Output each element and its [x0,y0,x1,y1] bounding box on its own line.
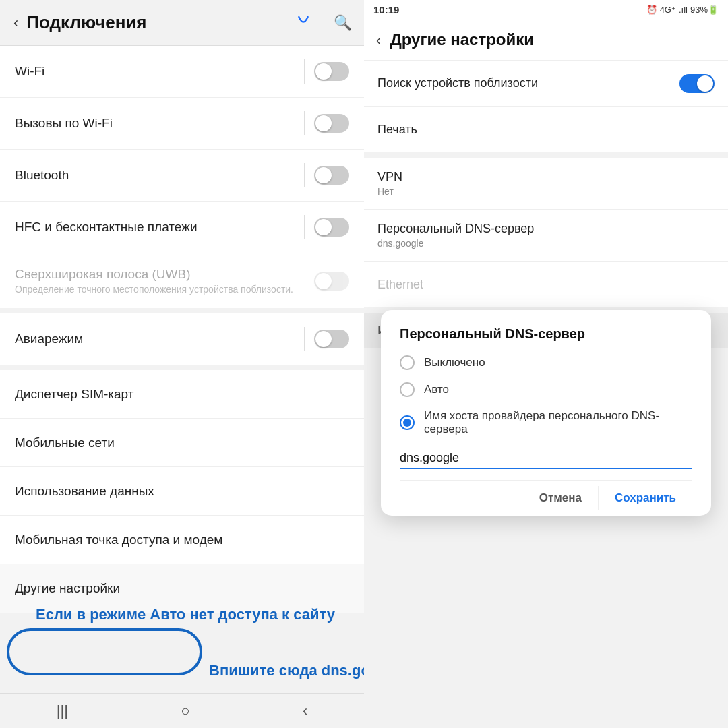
right-group-1: Поиск устройств поблизости Печать [364,61,728,152]
separator [304,59,305,84]
vivo-logo [283,3,324,40]
radio-option-hostname[interactable]: Имя хоста провайдера персонального DNS-с… [400,409,692,436]
right-group-2: VPN Нет Персональный DNS-сервер dns.goog… [364,158,728,307]
right-back-icon[interactable]: ‹ [376,32,381,48]
alarm-icon: ⏰ [646,5,657,15]
vpn-label: VPN [377,170,402,184]
right-panel: 10:19 ⏰ 4G⁺ .ıll 93%🔋 ‹ Другие настройки… [364,0,728,728]
nav-recents-icon[interactable]: ||| [57,702,68,720]
radio-auto-label: Авто [424,383,449,396]
radio-off-label: Выключено [424,356,485,369]
network-icon: 4G⁺ [660,5,676,15]
dns-sub: dns.google [377,238,534,249]
bottom-nav: ||| ○ ‹ [0,693,364,728]
wifi-toggle[interactable] [314,62,349,81]
nearby-label: Поиск устройств поблизости [377,76,538,90]
nav-back-icon[interactable]: ‹ [303,702,307,720]
separator [304,163,305,187]
left-panel: ‹ Подключения 🔍 Wi-Fi Вызовы [0,0,364,728]
airplane-label: Авиарежим [15,332,304,346]
wifi-label: Wi-Fi [15,64,304,79]
settings-item-wifi-calling[interactable]: Вызовы по Wi-Fi [0,98,364,150]
uwb-subtitle: Определение точного местоположения устро… [15,284,314,295]
radio-off-circle[interactable] [400,355,415,370]
separator [304,215,305,239]
radio-auto-circle[interactable] [400,382,415,397]
dns-input[interactable] [400,448,692,469]
settings-item-wifi[interactable]: Wi-Fi [0,46,364,98]
modal-buttons: Отмена Сохранить [400,480,692,516]
modal-overlay: Персональный DNS-сервер Выключено Авто И… [364,303,728,693]
dns-modal: Персональный DNS-сервер Выключено Авто И… [381,310,711,516]
modal-title: Персональный DNS-сервер [400,326,692,342]
radio-option-off[interactable]: Выключено [400,355,692,370]
uwb-label: Сверхширокая полоса (UWB) [15,267,314,282]
sim-label: Диспетчер SIM-карт [15,387,133,402]
other-settings-label: Другие настройки [15,581,120,596]
status-time: 10:19 [373,4,399,16]
radio-hostname-circle[interactable] [400,415,415,430]
search-icon[interactable]: 🔍 [334,14,352,32]
bluetooth-toggle[interactable] [314,166,349,185]
vpn-sub: Нет [377,186,402,197]
hotspot-label: Мобильная точка доступа и модем [15,533,222,547]
dns-label: Персональный DNS-сервер [377,222,534,236]
right-item-dns[interactable]: Персональный DNS-сервер dns.google [364,210,728,262]
settings-item-sim[interactable]: Диспетчер SIM-карт [0,370,364,419]
settings-group-1: Wi-Fi Вызовы по Wi-Fi Bluetooth [0,46,364,308]
settings-list: Wi-Fi Вызовы по Wi-Fi Bluetooth [0,46,364,693]
status-bar: 10:19 ⏰ 4G⁺ .ıll 93%🔋 [364,0,728,20]
wifi-calling-toggle[interactable] [314,114,349,133]
settings-item-nfc[interactable]: НFC и бесконтактные платежи [0,202,364,253]
uwb-toggle [314,272,349,291]
save-button[interactable]: Сохранить [599,481,692,516]
left-title: Подключения [26,12,146,33]
status-icons: ⏰ 4G⁺ .ıll 93%🔋 [646,5,719,15]
settings-group-2: Авиарежим [0,313,364,365]
settings-group-3: Диспетчер SIM-карт Мобильные сети Исполь… [0,370,364,613]
back-icon[interactable]: ‹ [13,14,18,32]
ethernet-label: Ethernet [377,278,423,292]
settings-item-mobile-networks[interactable]: Мобильные сети [0,419,364,467]
print-label: Печать [377,123,417,137]
radio-hostname-label: Имя хоста провайдера персонального DNS-с… [424,409,692,436]
nav-home-icon[interactable]: ○ [181,702,189,720]
settings-item-bluetooth[interactable]: Bluetooth [0,150,364,202]
left-header: ‹ Подключения 🔍 [0,0,364,46]
nfc-label: НFC и бесконтактные платежи [15,220,304,235]
signal-icon: .ıll [679,5,688,15]
right-item-nearby[interactable]: Поиск устройств поблизости [364,61,728,107]
settings-item-data-usage[interactable]: Использование данных [0,467,364,516]
right-header: ‹ Другие настройки [364,20,728,61]
settings-item-uwb: Сверхширокая полоса (UWB) Определение то… [0,253,364,308]
nfc-toggle[interactable] [314,218,349,237]
wifi-calling-label: Вызовы по Wi-Fi [15,116,304,131]
settings-item-hotspot[interactable]: Мобильная точка доступа и модем [0,516,364,564]
separator [304,327,305,351]
dns-input-area [400,448,692,469]
right-item-ethernet: Ethernet [364,262,728,307]
right-title: Другие настройки [390,30,534,49]
cancel-button[interactable]: Отмена [523,481,598,516]
annotation-top: Если в режиме Авто нет доступа к сайту [13,606,357,624]
mobile-networks-label: Мобильные сети [15,435,115,450]
right-item-print[interactable]: Печать [364,107,728,152]
bluetooth-label: Bluetooth [15,168,304,183]
settings-item-airplane[interactable]: Авиарежим [0,313,364,365]
data-usage-label: Использование данных [15,484,154,499]
radio-option-auto[interactable]: Авто [400,382,692,397]
battery-icon: 93%🔋 [690,5,719,15]
nearby-toggle[interactable] [679,74,715,93]
separator [304,111,305,135]
right-item-vpn[interactable]: VPN Нет [364,158,728,210]
airplane-toggle[interactable] [314,330,349,348]
